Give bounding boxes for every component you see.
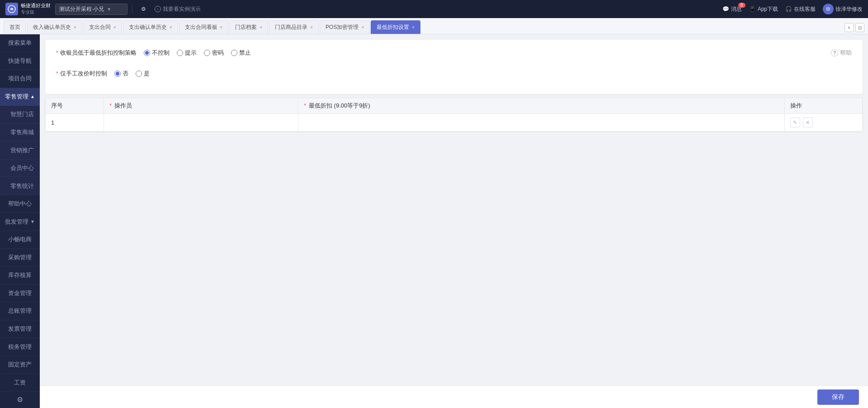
tab-close-all-btn[interactable]: × <box>844 23 854 32</box>
radio-remind-input[interactable] <box>177 50 183 56</box>
cell-discount <box>298 114 785 131</box>
delete-row-btn[interactable]: ✕ <box>803 117 813 127</box>
bottom-bar: 保存 <box>40 385 868 408</box>
tab-store-file[interactable]: 门店档案 × <box>229 20 268 34</box>
project-name: 测试分开采程·小兄 <box>59 5 104 13</box>
tab-expense-contract[interactable]: 支出合同 × <box>83 20 122 34</box>
divider <box>132 5 132 14</box>
radio-password-input[interactable] <box>204 50 210 56</box>
tab-expense-history[interactable]: 支出确认单历史 × <box>123 20 178 34</box>
sidebar: 搜索菜单 快捷导航 项目合同 零售管理 ▲ 智慧门店 零售商城 营销推广 会员中… <box>0 34 40 408</box>
tab-close-icon[interactable]: × <box>412 25 415 30</box>
avatar: 徐 <box>823 4 834 14</box>
radio-forbid-label: 禁止 <box>239 49 251 57</box>
table-wrapper: 序号 * 操作员 * 最低折扣 (9.00等于9折) <box>45 98 863 131</box>
sidebar-item-member[interactable]: 会员中心 <box>0 159 40 178</box>
sidebar-label: 帮助中心 <box>8 200 32 208</box>
service-icon: 🎧 <box>785 6 792 12</box>
col-header-operator: * 操作员 <box>104 98 298 114</box>
sidebar-settings-btn[interactable]: ⚙ <box>0 392 40 408</box>
sidebar-item-retail[interactable]: 零售管理 ▲ <box>0 88 40 106</box>
sidebar-label: 小畅电商 <box>8 235 32 244</box>
tab-store-products[interactable]: 门店商品目录 × <box>269 20 319 34</box>
tab-close-icon[interactable]: × <box>74 25 76 30</box>
sidebar-item-ledger[interactable]: 总账管理 <box>0 302 40 320</box>
sidebar-item-help[interactable]: 帮助中心 <box>0 195 40 213</box>
sidebar-item-funds[interactable]: 资金管理 <box>0 285 40 303</box>
tab-home-label: 首页 <box>9 23 20 31</box>
help-link[interactable]: ? 帮助 <box>831 49 852 57</box>
tab-close-icon[interactable]: × <box>170 25 172 30</box>
radio-no-control[interactable]: 不控制 <box>144 49 170 57</box>
tab-income-history[interactable]: 收入确认单历史 × <box>27 20 82 34</box>
message-btn[interactable]: 💬 消息 8 <box>722 5 742 13</box>
sidebar-label: 零售商城 <box>10 128 34 136</box>
save-button[interactable]: 保存 <box>817 389 859 405</box>
sidebar-item-fixed-assets[interactable]: 固定资产 <box>0 356 40 374</box>
sidebar-item-payroll[interactable]: 工资 <box>0 374 40 392</box>
tab-close-icon[interactable]: × <box>220 25 223 30</box>
table-card: 序号 * 操作员 * 最低折扣 (9.00等于9折) <box>45 98 863 131</box>
sidebar-item-search[interactable]: 搜索菜单 <box>0 34 40 52</box>
tab-pos-encrypt[interactable]: POS加密管理 × <box>320 20 370 34</box>
tab-min-discount[interactable]: 最低折扣设置 × <box>371 20 420 34</box>
radio-yes[interactable]: 是 <box>136 70 150 78</box>
radio-yes-label: 是 <box>144 70 150 78</box>
sidebar-item-retail-stats[interactable]: 零售统计 <box>0 177 40 195</box>
sidebar-item-quick-nav[interactable]: 快捷导航 <box>0 52 40 70</box>
tab-expense-board[interactable]: 支出合同看板 × <box>179 20 229 34</box>
sidebar-item-project-contract[interactable]: 项目合同 <box>0 70 40 88</box>
sidebar-label: 资金管理 <box>8 289 32 297</box>
app-edition: 专业版 <box>21 9 51 15</box>
sidebar-item-smart-store[interactable]: 智慧门店 <box>0 106 40 124</box>
tab-close-icon[interactable]: × <box>259 25 262 30</box>
tab-close-icon[interactable]: × <box>310 25 313 30</box>
sidebar-label: 库存核算 <box>8 271 32 279</box>
settings-btn[interactable]: ⚙ <box>137 4 150 14</box>
tab-restore-btn[interactable]: ⊡ <box>855 23 864 32</box>
radio-forbid-input[interactable] <box>231 50 237 56</box>
sidebar-item-ecommerce[interactable]: 小畅电商 <box>0 231 40 249</box>
sidebar-item-tax[interactable]: 税务管理 <box>0 338 40 356</box>
radio-no[interactable]: 否 <box>114 70 128 78</box>
edit-row-btn[interactable]: ✎ <box>790 117 800 127</box>
sidebar-item-invoice[interactable]: 发票管理 <box>0 320 40 338</box>
radio-no-input[interactable] <box>114 70 121 77</box>
tab-close-icon[interactable]: × <box>361 25 364 30</box>
radio-password[interactable]: 密码 <box>204 49 224 57</box>
radio-forbid[interactable]: 禁止 <box>231 49 251 57</box>
sidebar-label: 发票管理 <box>8 325 32 333</box>
header-right: 💬 消息 8 📱 App下载 🎧 在线客服 徐 徐泽华修改 <box>722 4 863 14</box>
radio-no-control-input[interactable] <box>144 50 150 56</box>
top-header: 畅捷通好业财 专业版 测试分开采程·小兄 ▼ ⚙ ○ 我要看实例演示 💬 消息 … <box>0 0 868 18</box>
app-download-btn[interactable]: 📱 App下载 <box>749 5 778 13</box>
radio-yes-input[interactable] <box>136 70 142 77</box>
sidebar-item-wholesale[interactable]: 批发管理 ▼ <box>0 213 40 231</box>
tab-home[interactable]: 首页 <box>4 20 26 34</box>
radio-remind[interactable]: 提示 <box>177 49 197 57</box>
app-download-label: App下载 <box>758 5 778 13</box>
help-icon: ? <box>831 49 838 56</box>
project-selector[interactable]: 测试分开采程·小兄 ▼ <box>55 4 127 15</box>
sidebar-item-inventory[interactable]: 库存核算 <box>0 267 40 285</box>
col-header-discount: * 最低折扣 (9.00等于9折) <box>298 98 785 114</box>
tab-close-icon[interactable]: × <box>113 25 116 30</box>
sidebar-item-marketing[interactable]: 营销推广 <box>0 141 40 159</box>
page-content: 收银员低于最低折扣控制策略 不控制 提示 <box>40 34 868 385</box>
demo-link[interactable]: ○ 我要看实例演示 <box>155 5 201 13</box>
field1-radio-group: 不控制 提示 密码 禁 <box>144 49 251 57</box>
tab-label: 收入确认单历史 <box>33 23 71 31</box>
sidebar-item-purchase[interactable]: 采购管理 <box>0 249 40 267</box>
sidebar-label: 固定资产 <box>8 361 32 369</box>
main-layout: 搜索菜单 快捷导航 项目合同 零售管理 ▲ 智慧门店 零售商城 营销推广 会员中… <box>0 34 868 408</box>
sidebar-item-retail-mall[interactable]: 零售商城 <box>0 124 40 142</box>
demo-icon: ○ <box>155 6 161 12</box>
sidebar-label: 税务管理 <box>8 343 32 351</box>
online-service-btn[interactable]: 🎧 在线客服 <box>785 5 816 13</box>
sidebar-label: 零售管理 <box>5 93 28 101</box>
tab-label: POS加密管理 <box>326 23 359 31</box>
chevron-up-icon: ▲ <box>30 94 35 99</box>
sidebar-label: 批发管理 <box>5 218 28 226</box>
user-btn[interactable]: 徐 徐泽华修改 <box>823 4 863 14</box>
field2-label: 仅手工改价时控制 <box>56 70 107 78</box>
